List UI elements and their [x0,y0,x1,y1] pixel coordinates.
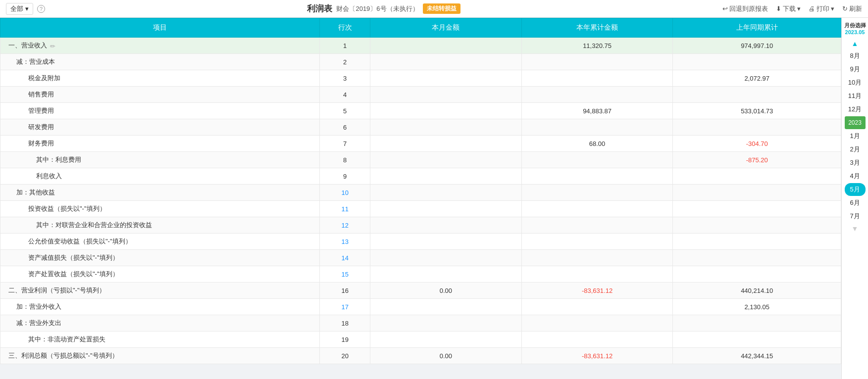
month-item[interactable]: 6月 [845,196,866,209]
top-bar-center: 利润表 财会〔2019〕6号（未执行） 未结转损益 [307,3,460,14]
month-item[interactable]: 3月 [845,156,866,169]
col-header-month: 本月金额 [370,18,522,38]
row-num: 17 [320,299,370,315]
col-header-prev: 上年同期累计 [673,18,841,38]
row-prev-val: -875.20 [673,152,841,168]
month-nav-up[interactable]: ▲ [848,38,862,49]
row-num: 18 [320,315,370,332]
scope-selector[interactable]: 全部 ▾ [6,3,33,15]
row-year-val: 11,320.75 [521,38,673,54]
print-label: 打印 [817,4,829,13]
month-item[interactable]: 12月 [845,103,866,116]
month-sidebar-title: 月份选择 2023.05 [843,20,867,38]
row-label: 管理费用 [0,103,320,119]
month-item[interactable]: 8月 [845,49,866,62]
row-month-val [370,201,522,217]
row-label: 销售费用 [0,87,320,103]
row-month-val [370,299,522,315]
row-prev-val [673,266,841,283]
refresh-btn[interactable]: ↻ 刷新 [842,4,862,13]
report-subtitle: 财会〔2019〕6号（未执行） [336,4,418,13]
row-year-val [521,185,673,201]
row-label: 减：营业成本 [0,54,320,70]
row-prev-val: -304.70 [673,136,841,152]
row-prev-val [673,119,841,136]
main-content: 项目 行次 本月金额 本年累计金额 上年同期累计 一、营业收入✏ 1 11,32… [0,18,868,379]
table-area: 项目 行次 本月金额 本年累计金额 上年同期累计 一、营业收入✏ 1 11,32… [0,18,841,379]
unrealized-tag: 未结转损益 [423,3,460,14]
row-month-val [370,103,522,119]
row-label: 利息收入 [0,168,320,185]
row-month-val: 0.00 [370,283,522,299]
row-month-val [370,250,522,266]
print-btn[interactable]: 🖨 打印 ▾ [809,4,834,13]
row-month-val [370,87,522,103]
row-month-val [370,168,522,185]
edit-icon[interactable]: ✏ [50,43,57,49]
month-item[interactable]: 4月 [845,170,866,183]
row-month-val: 0.00 [370,348,522,364]
row-label: 其中：对联营企业和合营企业的投资收益 [0,217,320,234]
row-month-val [370,119,522,136]
refresh-label: 刷新 [849,4,862,13]
row-month-val [370,185,522,201]
row-prev-val [673,234,841,250]
row-label: 二、营业利润（亏损以"-"号填列） [0,283,320,299]
print-icon: 🖨 [809,5,815,12]
back-label: 回退到原报表 [729,4,768,13]
row-label: 投资收益（损失以"-"填列） [0,201,320,217]
row-year-val [521,315,673,332]
row-month-val [370,152,522,168]
month-item[interactable]: 11月 [845,90,866,102]
sidebar-label: 月份选择 [844,22,866,29]
row-label: 其中：非流动资产处置损失 [0,332,320,348]
col-header-item: 项目 [0,18,320,38]
row-num: 9 [320,168,370,185]
row-year-val [521,119,673,136]
row-year-val [521,217,673,234]
month-item[interactable]: 5月 [845,183,866,196]
row-year-val [521,54,673,70]
month-item[interactable]: 10月 [845,76,866,89]
row-year-val [521,234,673,250]
back-icon: ↩ [722,5,728,12]
row-label: 加：营业外收入 [0,299,320,315]
month-item[interactable]: 2月 [845,143,866,156]
row-label: 一、营业收入✏ [0,38,320,54]
month-item[interactable]: 1月 [845,130,866,142]
back-to-original-btn[interactable]: ↩ 回退到原报表 [722,4,768,13]
row-prev-val: 2,130.05 [673,299,841,315]
row-num: 3 [320,70,370,87]
download-btn[interactable]: ⬇ 下载 ▾ [776,4,801,13]
row-num: 12 [320,217,370,234]
month-item[interactable]: 2023 [845,116,866,129]
row-month-val [370,332,522,348]
row-num: 8 [320,152,370,168]
top-bar-left: 全部 ▾ ? [6,3,45,15]
row-year-val [521,70,673,87]
row-num: 7 [320,136,370,152]
download-icon: ⬇ [776,5,781,12]
row-prev-val [673,217,841,234]
month-item[interactable]: 9月 [845,63,866,76]
row-prev-val: 533,014.73 [673,103,841,119]
row-prev-val [673,168,841,185]
row-num: 14 [320,250,370,266]
row-year-val: 94,883.87 [521,103,673,119]
row-num: 16 [320,283,370,299]
help-icon[interactable]: ? [37,5,45,13]
top-bar-right: ↩ 回退到原报表 ⬇ 下载 ▾ 🖨 打印 ▾ ↻ 刷新 [722,4,862,13]
row-num: 1 [320,38,370,54]
sidebar-year: 2023.05 [844,29,866,36]
row-label: 三、利润总额（亏损总额以"-"号填列） [0,348,320,364]
row-prev-val [673,54,841,70]
row-prev-val: 2,072.97 [673,70,841,87]
row-num: 11 [320,201,370,217]
dropdown-arrow2: ▾ [831,5,834,12]
download-label: 下载 [783,4,796,13]
scope-label: 全部 [10,4,23,13]
month-item[interactable]: 7月 [845,210,866,223]
report-title: 利润表 [307,3,332,14]
row-num: 10 [320,185,370,201]
row-prev-val: 440,214.10 [673,283,841,299]
